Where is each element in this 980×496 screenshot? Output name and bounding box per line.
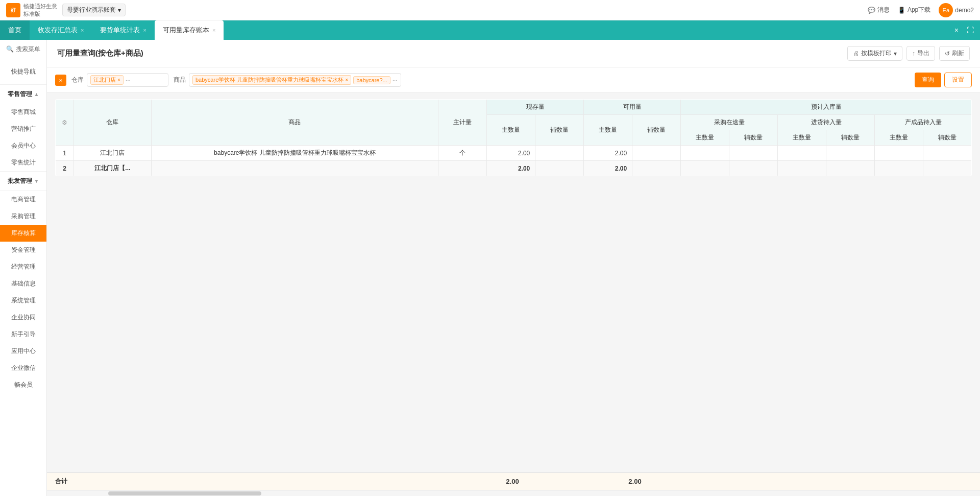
table-area: ⚙ 仓库 商品 主计量 现存量 可用量 预计入库量 主数量 辅数量 主数量 辅数… <box>47 93 980 472</box>
row-avail-main: 2.00 <box>584 161 632 176</box>
logo-text: 畅捷通好生意 标准版 <box>23 3 57 17</box>
app-download-button[interactable]: 📱 App下载 <box>898 6 930 14</box>
sidebar-item-members[interactable]: 会员中心 <box>0 137 46 154</box>
sidebar-search[interactable]: 🔍 搜索菜单 <box>0 40 46 59</box>
search-icon: 🔍 <box>6 45 14 53</box>
product-more-indicator[interactable]: ··· <box>393 77 398 84</box>
pur-transit-aux-header: 辅数量 <box>729 130 778 146</box>
sidebar-item-ecommerce[interactable]: 电商管理 <box>0 191 46 208</box>
row-prod-aux <box>923 161 971 176</box>
chevron-down-icon: ▼ <box>34 178 39 184</box>
sidebar-item-member[interactable]: 畅会员 <box>0 376 46 393</box>
page-title: 可用量查询(按仓库+商品) <box>57 49 143 58</box>
filter-expand-button[interactable]: » <box>55 75 66 86</box>
warehouse-col-header: 仓库 <box>74 100 152 146</box>
footer-label: 合计 <box>55 477 96 486</box>
close-tab-available-stock[interactable]: × <box>212 27 215 33</box>
nav-tabs: 首页 收发存汇总表 × 要货单统计表 × 可用量库存账本 × × ⛶ <box>0 20 980 40</box>
stock-main-qty-header: 主数量 <box>487 115 535 146</box>
chevron-down-icon: ▾ <box>894 50 897 57</box>
table-row: 2 江北门店【... 2.00 2.00 <box>56 161 972 176</box>
filter-action-buttons: 查询 设置 <box>915 73 972 87</box>
product-pending-header: 产成品待入量 <box>875 115 972 130</box>
tab-available-stock[interactable]: 可用量库存账本 × <box>155 20 224 40</box>
logo: 好 畅捷通好生意 标准版 <box>6 3 57 17</box>
warehouse-filter-tags[interactable]: 江北门店 × ··· <box>87 73 168 87</box>
sidebar-item-retail-stats[interactable]: 零售统计 <box>0 154 46 171</box>
avail-main-qty-header: 主数量 <box>584 115 632 146</box>
footer-stock-total: 2.00 <box>482 478 543 485</box>
row-pur-transit-aux <box>729 146 778 161</box>
sidebar-item-wechat[interactable]: 企业微信 <box>0 360 46 376</box>
close-tab-demand-stats[interactable]: × <box>143 27 146 33</box>
tab-home[interactable]: 首页 <box>0 20 30 40</box>
top-bar: 好 畅捷通好生意 标准版 母婴行业演示账套 ▾ 💬 消息 📱 App下载 Ea … <box>0 0 980 20</box>
row-product <box>151 161 438 176</box>
sidebar-item-appstore[interactable]: 应用中心 <box>0 343 46 360</box>
row-inbound-main <box>778 161 826 176</box>
product-filter-tags[interactable]: babycare学饮杯 儿童防摔防撞吸管杯重力球吸嘴杯宝宝水杯 × babyca… <box>189 73 401 87</box>
sidebar-item-newbie[interactable]: 新手引导 <box>0 326 46 343</box>
remove-product-tag-1[interactable]: × <box>345 77 348 83</box>
tab-receive-send[interactable]: 收发存汇总表 × <box>30 20 92 40</box>
page-actions: 🖨 按模板打印 ▾ ↑ 导出 ↺ 刷新 <box>847 46 970 61</box>
table-settings-icon[interactable]: ⚙ <box>62 119 67 126</box>
sidebar-item-operation[interactable]: 经营管理 <box>0 258 46 275</box>
row-product: babycare学饮杯 儿童防摔防撞吸管杯重力球吸嘴杯宝宝水杯 <box>151 146 438 161</box>
row-pur-transit-aux <box>729 161 778 176</box>
row-avail-main: 2.00 <box>584 146 632 161</box>
close-all-tabs-button[interactable]: × <box>952 24 961 36</box>
export-button[interactable]: ↑ 导出 <box>906 46 935 61</box>
warehouse-tag: 江北门店 × <box>90 75 124 85</box>
refresh-button[interactable]: ↺ 刷新 <box>939 46 970 61</box>
sidebar-item-retail-mall[interactable]: 零售商城 <box>0 104 46 121</box>
row-stock-main: 2.00 <box>487 161 535 176</box>
message-icon: 💬 <box>868 7 875 14</box>
nav-tabs-actions: × ⛶ <box>952 24 980 36</box>
warehouse-more-indicator[interactable]: ··· <box>126 77 131 84</box>
tab-demand-stats[interactable]: 要货单统计表 × <box>92 20 154 40</box>
fullscreen-button[interactable]: ⛶ <box>965 24 976 36</box>
prod-main-header: 主数量 <box>875 130 923 146</box>
sidebar-item-system[interactable]: 系统管理 <box>0 292 46 309</box>
row-avail-aux <box>632 161 681 176</box>
row-stock-aux <box>535 161 584 176</box>
sidebar-item-marketing[interactable]: 营销推广 <box>0 121 46 137</box>
inbound-pending-header: 进货待入量 <box>778 115 875 130</box>
sidebar-item-quicknav[interactable]: 快捷导航 <box>0 63 46 80</box>
available-col-header: 可用量 <box>584 100 681 115</box>
row-avail-aux <box>632 146 681 161</box>
settings-button[interactable]: 设置 <box>944 73 972 87</box>
export-icon: ↑ <box>912 50 915 57</box>
row-pur-transit-main <box>681 146 729 161</box>
messages-button[interactable]: 💬 消息 <box>868 6 890 14</box>
sidebar-item-finance[interactable]: 资金管理 <box>0 242 46 258</box>
row-inbound-main <box>778 146 826 161</box>
print-button[interactable]: 🖨 按模板打印 ▾ <box>847 46 902 61</box>
row-inbound-aux <box>826 161 875 176</box>
remove-warehouse-tag[interactable]: × <box>117 77 120 83</box>
row-warehouse: 江北门店【... <box>74 161 152 176</box>
filter-area: » 仓库 江北门店 × ··· 商品 babycare学饮杯 儿童防摔防撞吸管杯… <box>47 67 980 93</box>
query-button[interactable]: 查询 <box>915 73 941 87</box>
row-stock-main: 2.00 <box>487 146 535 161</box>
row-unit <box>438 161 487 176</box>
industry-selector[interactable]: 母婴行业演示账套 ▾ <box>62 4 126 16</box>
product-tag-2: babycare?... <box>353 76 390 84</box>
download-icon: 📱 <box>898 7 905 14</box>
row-no: 1 <box>56 146 74 161</box>
user-menu[interactable]: Ea demo2 <box>939 3 974 17</box>
sidebar-item-inventory[interactable]: 库存核算 <box>0 225 46 242</box>
row-inbound-aux <box>826 146 875 161</box>
close-tab-receive-send[interactable]: × <box>81 27 84 33</box>
horizontal-scrollbar[interactable] <box>47 490 980 496</box>
scrollbar-thumb[interactable] <box>108 491 261 495</box>
main-layout: 🔍 搜索菜单 快捷导航 零售管理 ▲ 零售商城 营销推广 会员中心 零售统计 批… <box>0 40 980 496</box>
sidebar-item-enterprise[interactable]: 企业协同 <box>0 309 46 326</box>
sidebar-section-retail-header[interactable]: 零售管理 ▲ <box>0 85 46 104</box>
refresh-icon: ↺ <box>945 50 950 57</box>
sidebar-item-basic[interactable]: 基础信息 <box>0 275 46 292</box>
sidebar: 🔍 搜索菜单 快捷导航 零售管理 ▲ 零售商城 营销推广 会员中心 零售统计 批… <box>0 40 47 496</box>
sidebar-section-wholesale-header[interactable]: 批发管理 ▼ <box>0 172 46 191</box>
sidebar-item-purchase[interactable]: 采购管理 <box>0 208 46 225</box>
